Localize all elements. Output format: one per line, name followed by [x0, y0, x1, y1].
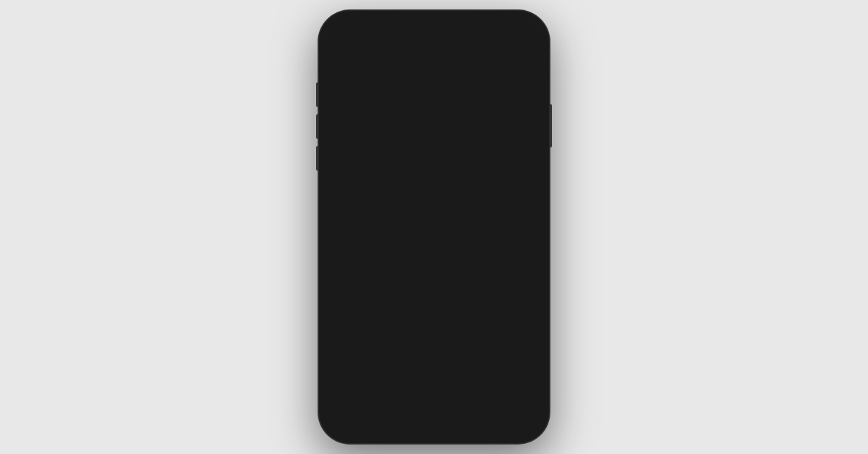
copy-label: Copy: [353, 405, 382, 419]
phone-screen: ♥ 👍 👎 HAHA ‼ ? Hi lamb chop, it's only b…: [326, 17, 542, 437]
reply-label: Reply: [353, 294, 384, 309]
reaction-bar: ♥ 👍 👎 HAHA ‼ ?: [357, 139, 512, 172]
menu-item-undo-send[interactable]: Undo Send ↩: [340, 320, 528, 356]
edit-icon: ∕: [513, 366, 515, 382]
undo-send-icon: ↩: [504, 330, 515, 346]
reply-icon: ↩: [504, 294, 515, 309]
svg-rect-0: [506, 408, 514, 416]
menu-item-edit[interactable]: Edit ∕: [340, 356, 528, 393]
reaction-question[interactable]: ?: [490, 147, 498, 164]
reaction-thumbs-down[interactable]: 👎: [419, 146, 438, 165]
phone: ♥ 👍 👎 HAHA ‼ ? Hi lamb chop, it's only b…: [318, 10, 550, 444]
undo-send-label: Undo Send: [353, 330, 414, 345]
context-menu: Reply ↩ Undo Send ↩ Edit ∕ Copy: [340, 283, 528, 431]
reaction-thumbs-up[interactable]: 👍: [389, 146, 409, 165]
main-message-bubble: Hi lamb chop, it's only been an hour and…: [340, 175, 528, 238]
edit-label: Edit: [353, 367, 374, 382]
reaction-heart[interactable]: ♥: [370, 146, 379, 165]
menu-item-copy[interactable]: Copy: [340, 393, 528, 431]
reaction-haha[interactable]: HAHA: [448, 146, 462, 165]
message-text: Hi lamb chop, it's only been an hour and…: [350, 185, 502, 228]
copy-icon: [501, 403, 515, 421]
reaction-exclamation[interactable]: ‼: [472, 148, 480, 163]
menu-item-reply[interactable]: Reply ↩: [340, 283, 528, 320]
